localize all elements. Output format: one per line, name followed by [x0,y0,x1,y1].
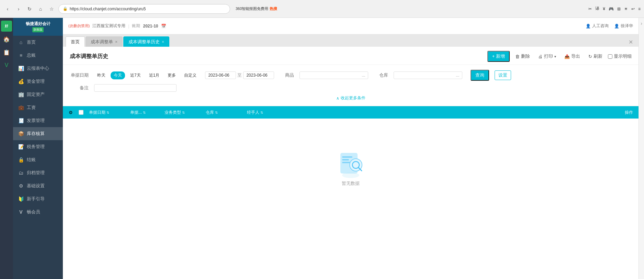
warehouse-more-btn[interactable]: ... [456,73,459,78]
user-btn[interactable]: 👤 徐泽华 [614,23,633,29]
calendar-icon[interactable]: 📅 [161,24,166,29]
right-panel: › [639,18,644,279]
goods-more-btn[interactable]: ... [362,73,365,78]
th-warehouse[interactable]: 仓库 ⇅ [203,110,244,115]
custom-btn[interactable]: 自定义 [181,71,200,79]
biztype-sort-icon: ⇅ [182,111,185,114]
browser-chrome: ‹ › ↻ ⌂ ☆ 🔒 https://cloud.chanjet.com/ac… [0,0,644,18]
back-button[interactable]: ‹ [3,5,12,13]
tab-cost-adjust-close[interactable]: × [115,40,117,44]
icon-bar-item-3[interactable]: V [1,60,12,71]
game-tool[interactable]: 🎮 [609,7,614,11]
translate-tool[interactable]: 译 [595,6,599,12]
sidebar-label-tax: 税务管理 [27,144,45,150]
th-checkbox[interactable] [76,110,86,115]
show-cols-input[interactable] [608,54,612,59]
table-container: ⚙ 单据日期 ⇅ 单据... ⇅ 业务类型 ⇅ [63,106,639,214]
close-panel-btn[interactable]: ✕ [626,37,636,47]
ledger-icon: ≡ [18,53,24,58]
sidebar-item-funds[interactable]: 💰 资金管理 [13,75,63,88]
grid-tool[interactable]: ⊞ [617,7,621,11]
print-dropdown-icon: ▾ [554,55,556,58]
export-icon: 📤 [564,54,570,59]
today-btn[interactable]: 今天 [111,71,125,79]
select-all-checkbox[interactable] [79,110,83,115]
collapse-icon: ∧ [336,96,339,101]
app-container: 好 🏠 📋 V 畅捷通好会计 旗舰版 ⌂ 首页 ≡ 总账 📊 云报表中心 [0,18,644,279]
sidebar-label-salary: 工资 [27,104,36,111]
warning-text: (勿删勿禁用) [68,23,90,29]
goods-select[interactable]: ... [300,71,368,79]
more-date-btn[interactable]: 更多 [165,71,179,79]
sidebar-item-assets[interactable]: 🏢 固定资产 [13,88,63,101]
handler-sort-icon: ⇅ [260,111,263,114]
print-btn[interactable]: 🖨 打印 ▾ [535,52,559,61]
remark-input[interactable] [94,84,177,92]
week-btn[interactable]: 近7天 [127,71,144,79]
sidebar-item-guide[interactable]: 🔰 新手引导 [13,192,63,205]
th-handler-label: 经手人 [247,110,259,115]
tabs-bar: 首页 成本调整单 × 成本调整单历史 × ✕ [63,34,639,47]
address-bar[interactable]: 🔒 https://cloud.chanjet.com/accounting/u… [58,4,230,14]
new-btn[interactable]: + 新增 [487,51,510,62]
sidebar-item-vip[interactable]: V 畅会员 [13,205,63,219]
th-biztype[interactable]: 业务类型 ⇅ [162,110,203,115]
funds-icon: 💰 [18,79,24,84]
sidebar-item-invoice[interactable]: 🧾 发票管理 [13,114,63,127]
sidebar-item-tax[interactable]: 📝 税务管理 [13,140,63,153]
refresh-btn[interactable]: ↻ 刷新 [586,52,605,61]
right-panel-close-btn[interactable]: › [641,21,642,26]
settings-icon: ⚙ [18,183,24,189]
print-icon: 🖨 [538,54,543,59]
reload-button[interactable]: ↻ [25,5,34,13]
delete-btn[interactable]: 🗑 删除 [512,52,533,61]
month-btn[interactable]: 近1月 [146,71,163,79]
th-settings[interactable]: ⚙ [66,110,76,115]
collapse-btn[interactable]: ∧ 收起更多条件 [336,95,365,101]
sidebar-item-home[interactable]: ⌂ 首页 [13,36,63,49]
th-handler[interactable]: 经手人 ⇅ [244,110,285,115]
tab-cost-adjust-history-close[interactable]: × [162,40,164,44]
sidebar-item-settings[interactable]: ⚙ 基础设置 [13,179,63,192]
filter-setting-btn[interactable]: 设置 [495,70,511,80]
th-voucher[interactable]: 单据... ⇅ [127,110,162,115]
tab-cost-adjust[interactable]: 成本调整单 × [86,36,123,47]
tab-home[interactable]: 首页 [66,36,85,47]
sidebar-item-close[interactable]: 🔒 结账 [13,153,63,166]
warehouse-select[interactable]: ... [394,71,462,79]
sidebar-label-reports: 云报表中心 [27,65,49,71]
yesterday-btn[interactable]: 昨天 [94,71,109,79]
cut-tool[interactable]: ✂ [588,7,592,11]
th-ops-label: 操作 [625,110,633,115]
logo-text: 畅捷通好会计 [26,21,50,27]
hot-label: 热搜 [270,6,277,11]
svg-rect-3 [342,159,349,160]
menu-tool[interactable]: ≡ [638,7,641,11]
sidebar-item-archive[interactable]: 🗂 归档管理 [13,166,63,179]
query-btn[interactable]: 查询 [471,70,489,81]
sidebar-item-ledger[interactable]: ≡ 总账 [13,49,63,62]
date-to-input[interactable] [243,71,274,79]
tab-cost-adjust-history[interactable]: 成本调整单历史 × [123,36,169,47]
voucher-sort-icon: ⇅ [143,111,146,114]
empty-illustration [334,146,368,180]
forward-button[interactable]: › [14,5,23,13]
date-from-input[interactable] [205,71,236,79]
brightness-tool[interactable]: ☀ [624,7,628,11]
sidebar-item-salary[interactable]: 💼 工资 [13,101,63,114]
home-icon: ⌂ [18,40,24,45]
sidebar-item-reports[interactable]: 📊 云报表中心 [13,62,63,75]
undo-tool[interactable]: ↩ [631,7,635,11]
th-date[interactable]: 单据日期 ⇅ [86,110,127,115]
icon-bar-item-2[interactable]: 📋 [1,47,12,58]
icon-bar-item-1[interactable]: 🏠 [1,34,12,45]
sidebar-label-funds: 资金管理 [27,78,45,85]
currency-tool[interactable]: ¥ [603,7,605,11]
home-button[interactable]: ⌂ [36,5,45,13]
consult-btn[interactable]: 👤 人工咨询 [586,23,609,29]
export-btn[interactable]: 📤 导出 [562,52,583,61]
show-cols-checkbox[interactable]: 显示明细 [608,53,632,59]
bookmark-button[interactable]: ☆ [47,5,56,13]
icon-bar-logo[interactable]: 好 [1,21,12,32]
sidebar-item-inventory[interactable]: 📦 库存核算 [13,127,63,140]
